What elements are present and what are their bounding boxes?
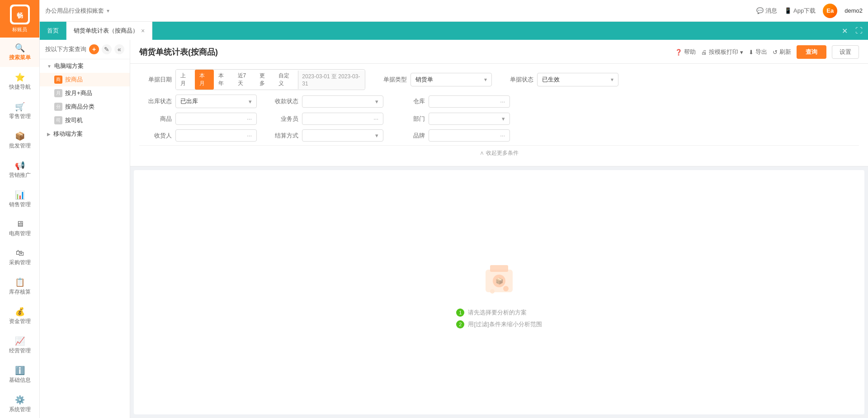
sidebar-item-sales[interactable]: 📊 销售管理 [0, 185, 39, 214]
query-button[interactable]: 查询 [797, 45, 826, 59]
edit-scheme-button[interactable]: ✎ [102, 44, 112, 54]
date-tab-thisyear[interactable]: 本年 [214, 70, 233, 90]
template-print-label: 按模板打印 [709, 48, 738, 56]
logo-text: 标账员 [12, 26, 27, 33]
svg-point-6 [503, 286, 509, 291]
purchase-icon: 🛍 [16, 248, 24, 258]
salesman-select[interactable]: ··· [302, 113, 383, 125]
left-panel: 按以下方案查询 + ✎ « ▼ 电脑端方案 商 按商品 月 按月+商品 [40, 40, 130, 418]
sidebar-item-system[interactable]: ⚙️ 系统管理 [0, 390, 39, 418]
svg-text:畅: 畅 [17, 12, 23, 19]
marketing-icon: 📢 [15, 161, 25, 171]
message-button[interactable]: 💬 消息 [756, 7, 777, 15]
tree-item-month-goods[interactable]: 月 按月+商品 [40, 86, 130, 100]
tree-item-driver[interactable]: 司 按司机 [40, 114, 130, 127]
collapse-panel-button[interactable]: « [114, 44, 124, 54]
sidebar-menu: 🔍 搜索菜单 ⭐ 快捷导航 🛒 零售管理 📦 批发管理 📢 营销推广 📊 销售管… [0, 38, 39, 418]
date-tab-lastmonth[interactable]: 上月 [176, 70, 195, 90]
sidebar-sales-label: 销售管理 [9, 201, 31, 209]
month-goods-icon: 月 [54, 89, 62, 97]
date-tab-7days[interactable]: 近7天 [233, 70, 255, 90]
topbar-dropdown-icon[interactable]: ▾ [107, 8, 109, 14]
sidebar-item-basicinfo[interactable]: ℹ️ 基础信息 [0, 360, 39, 390]
star-icon: ⭐ [15, 72, 25, 82]
sidebar-item-finance[interactable]: 💰 资金管理 [0, 301, 39, 331]
system-icon: ⚙️ [15, 395, 25, 405]
salesman-dots: ··· [373, 115, 378, 122]
tree-mobile-label: 移动端方案 [53, 130, 83, 138]
sidebar-item-inventory[interactable]: 📋 库存核算 [0, 272, 39, 301]
doc-status-value: 已生效 [542, 76, 611, 84]
sidebar-item-search[interactable]: 🔍 搜索菜单 [0, 38, 39, 67]
empty-tip-2: 2 用[过滤]条件来缩小分析范围 [456, 320, 542, 328]
sidebar-quicknav-label: 快捷导航 [9, 83, 31, 91]
date-tab-custom[interactable]: 自定义 [274, 70, 298, 90]
window-close-button[interactable]: ✕ [839, 25, 850, 36]
sidebar: 畅 标账员 🔍 搜索菜单 ⭐ 快捷导航 🛒 零售管理 📦 批发管理 📢 营销推广… [0, 0, 40, 418]
sidebar-item-quicknav[interactable]: ⭐ 快捷导航 [0, 67, 39, 96]
tree-item-mobile[interactable]: ▶ 移动端方案 [40, 127, 130, 141]
export-button[interactable]: ⬇ 导出 [749, 48, 767, 56]
tab-home-label: 首页 [47, 27, 59, 35]
tree-item-category[interactable]: 分 按商品分类 [40, 100, 130, 114]
recipient-select[interactable]: ··· [175, 129, 257, 142]
dept-label: 部门 [392, 115, 429, 123]
operations-icon: 📈 [15, 336, 25, 346]
sidebar-item-operations[interactable]: 📈 经营管理 [0, 331, 39, 360]
tree-category-label: 按商品分类 [65, 103, 94, 111]
tip-num-1: 1 [456, 309, 464, 317]
settlement-select[interactable]: ▾ [302, 129, 383, 142]
help-button[interactable]: ❓ 帮助 [675, 48, 696, 56]
collapse-filter-button[interactable]: ∧ 收起更多条件 [139, 145, 859, 161]
sidebar-item-wholesale[interactable]: 📦 批发管理 [0, 126, 39, 155]
sidebar-item-retail[interactable]: 🛒 零售管理 [0, 96, 39, 126]
logo-icon: 畅 [10, 5, 30, 24]
settlement-dropdown-icon: ▾ [375, 132, 378, 139]
main-area: 办公用品行业模拟账套 ▾ 💬 消息 📱 App下载 Ea demo2 首页 销货… [40, 0, 868, 418]
date-label: 单据日期 [139, 76, 175, 84]
doc-type-select[interactable]: 销货单 ▾ [410, 73, 492, 86]
add-scheme-button[interactable]: + [89, 44, 99, 54]
tree-expand-icon: ▼ [47, 64, 52, 69]
tab-home[interactable]: 首页 [40, 22, 66, 40]
sidebar-item-marketing[interactable]: 📢 营销推广 [0, 155, 39, 185]
svg-point-7 [490, 289, 495, 294]
tabbar: 首页 销货单统计表（按商品） × ✕ ⛶ [40, 22, 868, 40]
settings-button[interactable]: 设置 [832, 45, 859, 59]
sidebar-item-purchase[interactable]: 🛍 采购管理 [0, 243, 39, 272]
page-header: 销货单统计表(按商品) ❓ 帮助 🖨 按模板打印 ▾ ⬇ 导出 [130, 40, 868, 64]
refresh-icon: ↺ [773, 49, 778, 56]
tab-close-icon[interactable]: × [141, 27, 145, 34]
sidebar-search-label: 搜索菜单 [9, 54, 31, 62]
tree-item-desktop[interactable]: ▼ 电脑端方案 [40, 59, 130, 73]
refresh-label: 刷新 [779, 48, 791, 56]
brand-dots: ··· [500, 132, 505, 139]
doc-status-select[interactable]: 已生效 ▾ [537, 73, 618, 86]
sidebar-item-ecommerce[interactable]: 🖥 电商管理 [0, 214, 39, 243]
svg-text:📦: 📦 [495, 277, 504, 285]
sidebar-basicinfo-label: 基础信息 [9, 376, 31, 384]
window-maximize-button[interactable]: ⛶ [854, 25, 864, 36]
warehouse-select[interactable]: ··· [429, 95, 510, 108]
receipt-status-select[interactable]: ▾ [302, 95, 383, 108]
logo-area[interactable]: 畅 标账员 [0, 0, 39, 38]
goods-select[interactable]: ··· [175, 113, 257, 125]
out-status-label: 出库状态 [139, 97, 175, 105]
brand-select[interactable]: ··· [429, 129, 510, 142]
template-print-button[interactable]: 🖨 按模板打印 ▾ [701, 48, 743, 56]
sidebar-finance-label: 资金管理 [9, 318, 31, 325]
receipt-dropdown-icon: ▾ [375, 98, 378, 105]
tip-num-2: 2 [456, 320, 464, 328]
date-tab-thismonth[interactable]: 本月 [195, 70, 214, 90]
tab-active-label: 销货单统计表（按商品） [74, 27, 138, 35]
tab-active[interactable]: 销货单统计表（按商品） × [66, 22, 152, 40]
dept-select[interactable]: ▾ [429, 113, 510, 125]
empty-tips: 1 请先选择要分析的方案 2 用[过滤]条件来缩小分析范围 [456, 309, 542, 328]
app-download-button[interactable]: 📱 App下载 [784, 7, 816, 15]
tree-item-by-goods[interactable]: 商 按商品 [40, 73, 130, 86]
doc-type-value: 销货单 [415, 76, 484, 84]
user-avatar[interactable]: Ea [823, 4, 837, 18]
date-tab-more[interactable]: 更多 [255, 70, 274, 90]
out-status-select[interactable]: 已出库 ▾ [175, 95, 257, 108]
refresh-button[interactable]: ↺ 刷新 [773, 48, 791, 56]
